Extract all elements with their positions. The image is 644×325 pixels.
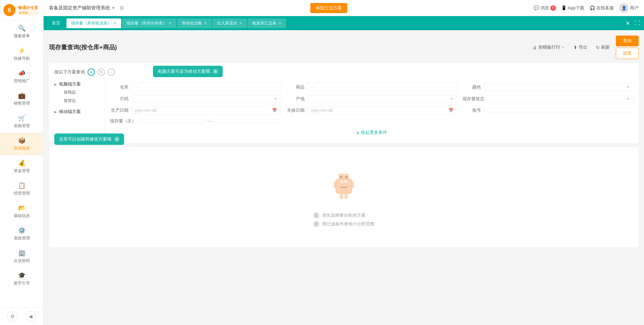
sidebar-item-basic[interactable]: 📂 基础信息 xyxy=(0,200,43,223)
expand-tabs-icon[interactable]: ⛶ xyxy=(633,20,641,26)
settings-btn[interactable]: ⚙ xyxy=(7,311,18,322)
batch-input[interactable] xyxy=(484,108,633,112)
sidebar-item-finance[interactable]: 💰 资金管理 xyxy=(0,155,43,178)
filter-grid: 仓库 ··· 商品 ··· 颜色 xyxy=(110,83,633,124)
stock-status-input[interactable]: ▼ xyxy=(487,95,633,103)
filter-cell-batch: 批号 xyxy=(463,106,633,115)
stock-status-label: 现存量状态 xyxy=(463,96,484,102)
settings-gear-icon[interactable]: ⚙ xyxy=(119,5,124,11)
scheme-sub-item-location[interactable]: 按货位 xyxy=(61,97,100,105)
user-action[interactable]: 👤 用户 xyxy=(619,3,639,13)
dropdown-arrow-icon: ▼ xyxy=(111,6,115,10)
sidebar-item-purchase[interactable]: 🛒 采购管理 xyxy=(0,110,43,133)
guide-icon: 🎓 xyxy=(18,272,25,279)
tab-inout[interactable]: 出入库流水 ✕ xyxy=(212,18,247,28)
app-download-action[interactable]: 📱 App下载 xyxy=(561,5,584,11)
filter-cell-goods: 商品 ··· xyxy=(286,83,457,92)
svg-rect-6 xyxy=(334,181,336,188)
stock-qty-to[interactable] xyxy=(215,119,281,123)
tab-receipt-summary[interactable]: 收发存汇总表 ✕ xyxy=(248,18,286,28)
enterprise-icon: 🏢 xyxy=(18,249,25,257)
sales-icon: 💼 xyxy=(18,92,25,99)
goods-input[interactable]: ··· xyxy=(307,83,457,92)
system-name: 装备及固定资产辅助管理系统 xyxy=(49,5,110,11)
tab-home[interactable]: 首页 xyxy=(46,18,66,28)
tab-inventory-status[interactable]: 现存量（库存状况表） ✕ xyxy=(66,18,121,28)
sidebar-item-label: 营销推广 xyxy=(14,78,30,84)
svg-point-2 xyxy=(340,176,342,178)
sidebar-item-operation[interactable]: 📋 经营管理 xyxy=(0,178,43,200)
sidebar-item-search[interactable]: 🔍 搜索菜单 xyxy=(0,20,43,43)
tab-close-icon[interactable]: ✕ xyxy=(239,21,242,25)
warehouse-input[interactable]: ··· xyxy=(131,83,281,92)
tab-close-icon[interactable]: ✕ xyxy=(204,21,207,25)
warehouse-dots: ··· xyxy=(135,85,139,90)
stock-qty-from[interactable] xyxy=(139,119,205,123)
svg-point-3 xyxy=(345,176,347,178)
sidebar-item-label: 库存核算 xyxy=(14,146,30,151)
origin-input[interactable]: ▼ xyxy=(307,95,457,103)
logo-icon: 6 xyxy=(3,4,15,16)
industry-btn[interactable]: 体验行业方案 xyxy=(310,3,347,13)
print-btn[interactable]: 🖨 按模板打印 ▼ xyxy=(530,43,568,52)
filter-cell-expire-date: 失效日期 yyyy-mm-dd 📅 xyxy=(286,106,457,115)
collapse-btn[interactable]: ∧ 收起更多条件 xyxy=(110,127,633,138)
refresh-btn[interactable]: ↻ 刷新 xyxy=(593,43,612,52)
topbar-right: 💬 消息 9 📱 App下载 🎧 在线客服 👤 用户 xyxy=(534,3,639,13)
collapse-sidebar-btn[interactable]: ◀ xyxy=(25,311,36,322)
pc-scheme-item[interactable]: ▶ 电脑端方案 xyxy=(54,80,100,89)
finance-icon: 💰 xyxy=(18,159,25,167)
tab-batch[interactable]: 库存批次账 ✕ xyxy=(177,18,212,28)
scheme-tooltip-close[interactable]: ✕ xyxy=(213,69,218,74)
prod-date-input[interactable]: yyyy-mm-dd 📅 xyxy=(131,106,281,115)
refresh-scheme-btn[interactable]: ↻ xyxy=(98,68,105,76)
sidebar-item-enterprise[interactable]: 🏢 企业协同 xyxy=(0,245,43,268)
sidebar-item-sales[interactable]: 💼 销售管理 xyxy=(0,88,43,110)
color-input[interactable]: ▼ xyxy=(484,83,633,91)
scheme-tree: ▶ 电脑端方案 按商品 按货位 ▶ 移动端方案 xyxy=(54,80,105,138)
export-btn[interactable]: ⬆ 导出 xyxy=(571,43,590,52)
close-all-tabs-icon[interactable]: ✕ xyxy=(624,20,631,26)
reset-button[interactable]: 设置 xyxy=(616,48,639,59)
tab-label: 现存量（库存状况表） xyxy=(71,20,111,26)
system-selector[interactable]: 装备及固定资产辅助管理系统 ▼ xyxy=(49,5,115,11)
headset-icon: 🎧 xyxy=(590,5,595,10)
sidebar-item-system[interactable]: ⚙️ 系统管理 xyxy=(0,223,43,245)
expire-date-input[interactable]: yyyy-mm-dd 📅 xyxy=(307,106,457,115)
tab-close-icon[interactable]: ✕ xyxy=(278,21,281,25)
size-input[interactable]: ▼ xyxy=(131,95,281,103)
filter-panel: 按以下方案查询 + ↻ ← 电脑方案可设为移动方案哦 ✕ ▶ 电脑端方 xyxy=(49,63,639,143)
sidebar-item-marketing[interactable]: 📣 营销推广 xyxy=(0,65,43,88)
filter-cell-stock-status: 现存量状态 ▼ xyxy=(463,95,633,103)
tab-inventory-dist[interactable]: 现存量（库存分布表） ✕ xyxy=(122,18,176,28)
logo-badge: 标准版 xyxy=(18,11,38,15)
scheme-sub-item-goods[interactable]: 按商品 xyxy=(61,89,100,96)
message-action[interactable]: 💬 消息 9 xyxy=(534,5,556,11)
filter-cell-color: 颜色 ▼ xyxy=(463,83,633,92)
basic-icon: 📂 xyxy=(18,204,25,212)
filter-cell-stock-qty: 现存量（主） — xyxy=(110,118,281,124)
tab-close-icon[interactable]: ✕ xyxy=(169,21,172,25)
sidebar: 6 畅通好生意 标准版 🔍 搜索菜单 ⚡ 快捷导航 📣 营销推广 💼 销售管理 … xyxy=(0,0,44,325)
topbar-center: 体验行业方案 xyxy=(310,3,347,13)
support-action[interactable]: 🎧 在线客服 xyxy=(590,5,614,11)
filter-header: 按以下方案查询 + ↻ ← 电脑方案可设为移动方案哦 ✕ xyxy=(54,68,633,76)
tab-close-icon[interactable]: ✕ xyxy=(113,21,116,25)
sidebar-item-inventory[interactable]: 📦 库存核算 xyxy=(0,133,43,155)
prod-date-label: 生产日期 xyxy=(110,107,128,113)
add-scheme-btn[interactable]: + xyxy=(88,68,95,76)
create-scheme-tooltip-close[interactable]: ✕ xyxy=(114,137,119,142)
logo-name: 畅通好生意 xyxy=(18,5,38,11)
svg-rect-7 xyxy=(351,181,354,188)
sidebar-item-guide[interactable]: 🎓 新手引导 xyxy=(0,268,43,290)
back-btn[interactable]: ← xyxy=(108,68,115,76)
pc-scheme-sub: 按商品 按货位 xyxy=(61,89,100,105)
sidebar-item-shortcut[interactable]: ⚡ 快捷导航 xyxy=(0,43,43,65)
stock-status-arrow-icon: ▼ xyxy=(626,97,630,101)
query-button[interactable]: 查询 xyxy=(616,36,639,46)
avatar: 👤 xyxy=(619,3,629,13)
system-icon: ⚙️ xyxy=(18,227,25,234)
origin-arrow-icon: ▼ xyxy=(450,97,453,101)
size-arrow-icon: ▼ xyxy=(274,97,277,101)
mobile-scheme-item[interactable]: ▶ 移动端方案 xyxy=(54,107,100,116)
